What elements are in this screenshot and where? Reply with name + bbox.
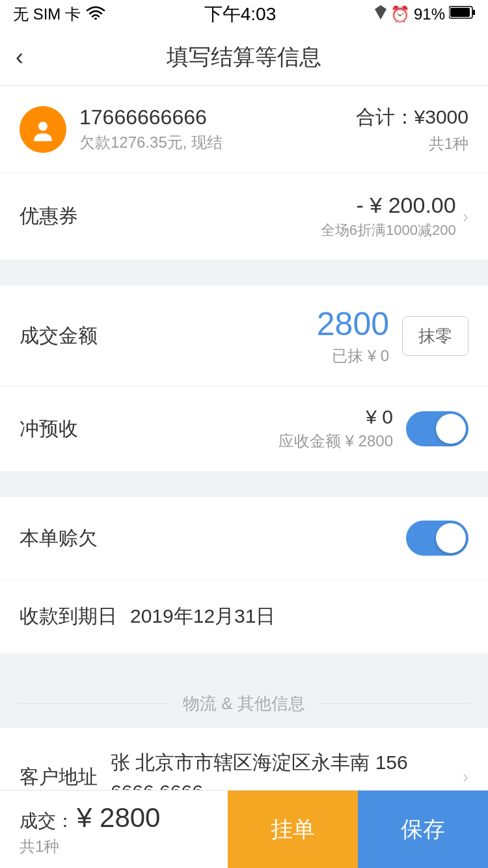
amount-row: 成交金额 2800 已抹 ¥ 0 抹零 xyxy=(0,286,488,386)
bottom-summary: 成交： ¥ 2800 共1种 xyxy=(0,802,228,857)
svg-rect-3 xyxy=(450,8,470,17)
toggle-knob xyxy=(436,414,466,444)
debt-toggle-knob xyxy=(436,523,466,553)
coupon-chevron-icon: › xyxy=(463,206,468,227)
prereceive-toggle[interactable] xyxy=(406,411,468,446)
separator-1 xyxy=(0,273,488,286)
logistics-label: 物流 & 其他信息 xyxy=(170,692,318,715)
page-title: 填写结算等信息 xyxy=(167,42,321,72)
svg-point-4 xyxy=(38,122,47,131)
svg-rect-2 xyxy=(472,10,475,15)
transaction-sub: 已抹 ¥ 0 xyxy=(317,346,389,366)
bottom-deal-label: 成交： xyxy=(20,809,74,834)
sim-status: 无 SIM 卡 xyxy=(13,4,81,25)
prereceive-label: 冲预收 xyxy=(20,416,78,442)
debt-row: 本单赊欠 xyxy=(0,497,488,579)
transaction-card: 成交金额 2800 已抹 ¥ 0 抹零 冲预收 ¥ 0 应收金额 ¥ 2800 xyxy=(0,286,488,471)
coupon-value: - ¥ 200.00 全场6折满1000减200 xyxy=(321,193,456,240)
round-button[interactable]: 抹零 xyxy=(402,316,468,356)
coupon-desc: 全场6折满1000减200 xyxy=(321,221,456,240)
customer-sub: 欠款1276.35元, 现结 xyxy=(79,132,223,153)
duedate-value: 2019年12月31日 xyxy=(130,603,275,630)
bottom-bar: 成交： ¥ 2800 共1种 挂单 保存 xyxy=(0,790,488,868)
svg-point-0 xyxy=(94,18,97,20)
customer-phone: 17666666666 xyxy=(79,105,223,129)
customer-row: 17666666666 欠款1276.35元, 现结 合计：¥3000 共1种 xyxy=(0,86,488,173)
bottom-count: 共1种 xyxy=(20,836,208,857)
nav-bar: ‹ 填写结算等信息 xyxy=(0,29,488,86)
duedate-label: 收款到期日 xyxy=(20,603,117,630)
battery-icon xyxy=(449,5,475,23)
coupon-right: - ¥ 200.00 全场6折满1000减200 › xyxy=(321,193,468,240)
bottom-deal-row: 成交： ¥ 2800 xyxy=(20,802,208,834)
separator-2 xyxy=(0,484,488,497)
location-icon xyxy=(375,5,386,23)
status-right: ⏰ 91% xyxy=(375,5,475,23)
avatar xyxy=(20,106,66,153)
logistics-divider: 物流 & 其他信息 xyxy=(0,679,488,728)
bottom-amount: ¥ 2800 xyxy=(77,802,160,834)
prereceive-amount: ¥ 0 xyxy=(278,406,393,428)
divider-line-right xyxy=(318,703,468,704)
amount-right: 2800 已抹 ¥ 0 抹零 xyxy=(317,305,468,366)
duedate-row: 收款到期日 2019年12月31日 xyxy=(0,579,488,653)
debt-toggle[interactable] xyxy=(406,521,468,556)
alarm-icon: ⏰ xyxy=(390,5,410,23)
transaction-amount: 2800 xyxy=(317,305,389,343)
customer-right: 合计：¥3000 共1种 xyxy=(356,104,468,154)
save-button[interactable]: 保存 xyxy=(358,791,488,869)
coupon-row[interactable]: 优惠券 - ¥ 200.00 全场6折满1000减200 › xyxy=(0,173,488,260)
coupon-discount: - ¥ 200.00 xyxy=(321,193,456,218)
hold-button[interactable]: 挂单 xyxy=(228,791,358,869)
prereceive-right: ¥ 0 应收金额 ¥ 2800 xyxy=(278,406,468,452)
content-area: 17666666666 欠款1276.35元, 现结 合计：¥3000 共1种 … xyxy=(0,86,488,868)
debt-card: 本单赊欠 收款到期日 2019年12月31日 xyxy=(0,497,488,653)
status-time: 下午4:03 xyxy=(204,2,277,27)
address-chevron-icon: › xyxy=(463,766,468,787)
divider-line-left xyxy=(20,703,170,704)
status-bar: 无 SIM 卡 下午4:03 ⏰ 91% xyxy=(0,0,488,29)
address-label: 客户地址 xyxy=(20,764,98,791)
prereceive-sub: 应收金额 ¥ 2800 xyxy=(278,431,393,452)
back-button[interactable]: ‹ xyxy=(16,44,23,71)
debt-label: 本单赊欠 xyxy=(20,525,98,552)
prereceive-value: ¥ 0 应收金额 ¥ 2800 xyxy=(278,406,393,452)
separator-3 xyxy=(0,666,488,679)
amount-label: 成交金额 xyxy=(20,323,98,349)
total-amount: 合计：¥3000 xyxy=(356,104,468,131)
amount-value-group: 2800 已抹 ¥ 0 xyxy=(317,305,389,366)
customer-left: 17666666666 欠款1276.35元, 现结 xyxy=(20,105,223,153)
wifi-icon xyxy=(86,5,105,23)
battery-text: 91% xyxy=(414,5,445,23)
status-left: 无 SIM 卡 xyxy=(13,4,105,25)
total-count: 共1种 xyxy=(356,133,468,154)
coupon-label: 优惠券 xyxy=(20,203,78,230)
customer-card: 17666666666 欠款1276.35元, 现结 合计：¥3000 共1种 … xyxy=(0,86,488,260)
customer-info: 17666666666 欠款1276.35元, 现结 xyxy=(79,105,223,153)
prereceive-row: 冲预收 ¥ 0 应收金额 ¥ 2800 xyxy=(0,386,488,471)
